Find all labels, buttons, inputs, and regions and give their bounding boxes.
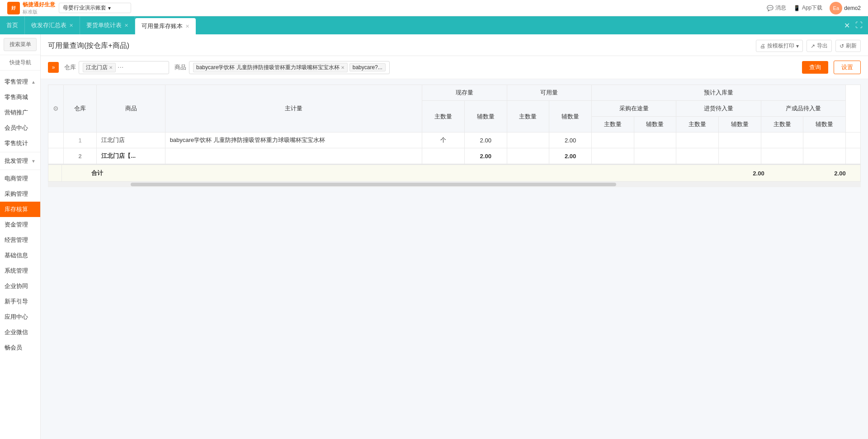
expand-filter-button[interactable]: »	[48, 62, 59, 73]
production-main-qty-header: 主数量	[761, 117, 803, 132]
close-receipts-tab[interactable]: ✕	[69, 23, 73, 28]
sidebar-item-purchase[interactable]: 采购管理	[0, 186, 40, 202]
row-stock-aux	[507, 132, 549, 148]
tab-orders[interactable]: 要货单统计表 ✕	[80, 16, 135, 34]
remove-warehouse-tag[interactable]: ✕	[109, 65, 113, 70]
sidebar-item-basic[interactable]: 基础信息	[0, 248, 40, 263]
data-table: ⚙ 仓库 商品 主计量 现存量 可用量 预计入库量 主数量 辅数量 主数量 辅数…	[48, 85, 861, 164]
sidebar-menu: 零售管理 ▲ 零售商城 营销推广 会员中心 零售统计 批发管理 ▼ 电商管理	[0, 71, 40, 359]
horizontal-scrollbar[interactable]	[48, 182, 861, 187]
remove-product-tag1[interactable]: ✕	[341, 65, 344, 70]
arrival-sub-header: 进货待入量	[676, 101, 761, 117]
product-label: 商品	[175, 63, 186, 71]
table-row: 2 江北门店【... 2.00 2.00	[48, 148, 861, 164]
product-tag-1: babycare学饮杯 儿童防摔防撞吸管杯重力球吸嘴杯宝宝水杯 ✕	[193, 63, 348, 72]
tab-bar: 首页 收发存汇总表 ✕ 要货单统计表 ✕ 可用量库存账本 ✕ ✕ ⛶	[0, 16, 868, 34]
search-menu-button[interactable]: 搜索菜单	[4, 38, 37, 51]
filter-bar: » 仓库 江北门店 ✕ ··· 商品 babycare学饮杯 儿童防摔防撞吸管杯…	[41, 56, 868, 79]
production-aux-qty-header: 辅数量	[803, 117, 846, 132]
top-bar: 好 畅捷通好生意 标准版 母婴行业演示账套 ▾ 💬 消息 📱 App下载 Ea …	[0, 0, 868, 16]
chevron-down-icon: ▾	[796, 43, 799, 49]
sidebar-item-retail-stats[interactable]: 零售统计	[0, 136, 40, 151]
row-purchase-main	[634, 132, 676, 148]
print-icon: 🖨	[760, 43, 765, 49]
quick-nav-button[interactable]: 快捷导航	[0, 55, 40, 71]
sidebar-item-newbie[interactable]: 新手引导	[0, 294, 40, 309]
row-available-aux	[591, 148, 634, 164]
sidebar-search-area: 搜索菜单	[0, 34, 40, 55]
row-purchase-aux	[676, 132, 719, 148]
tab-home[interactable]: 首页	[0, 16, 25, 34]
row-unit: 个	[422, 132, 465, 148]
sidebar-item-system[interactable]: 系统管理	[0, 263, 40, 279]
expand-tabs-button[interactable]: ⛶	[854, 19, 864, 31]
refresh-button[interactable]: ↺ 刷新	[835, 40, 861, 52]
page-header: 可用量查询(按仓库+商品) 🖨 按模板打印 ▾ ↗ 导出 ↺ 刷新	[41, 34, 868, 56]
sidebar-item-retail-store[interactable]: 零售商城	[0, 90, 40, 105]
main-layout: 搜索菜单 快捷导航 零售管理 ▲ 零售商城 营销推广 会员中心 零售统计 批发管…	[0, 34, 868, 439]
export-button[interactable]: ↗ 导出	[807, 40, 832, 52]
warehouse-input[interactable]: 江北门店 ✕ ···	[79, 61, 169, 74]
product-tag-2: babycare?...	[349, 63, 386, 71]
row-arrival-aux	[761, 132, 803, 148]
stock-main-qty-header: 主数量	[422, 101, 465, 132]
tab-available[interactable]: 可用量库存账本 ✕	[135, 18, 196, 34]
logo-text: 畅捷通好生意 标准版	[23, 1, 55, 15]
row-settings	[48, 132, 64, 148]
row-purchase-main	[634, 148, 676, 164]
sidebar-item-retail-mgmt[interactable]: 零售管理 ▲	[0, 74, 40, 90]
sidebar-item-enterprise-wechat[interactable]: 企业微信	[0, 325, 40, 340]
sidebar-divider-1	[0, 152, 40, 152]
warehouse-label: 仓库	[64, 63, 76, 71]
expected-group-header: 预计入库量	[591, 85, 845, 101]
sidebar-divider-2	[0, 170, 40, 170]
tab-receipts[interactable]: 收发存汇总表 ✕	[25, 16, 80, 34]
logo-area: 好 畅捷通好生意 标准版	[7, 1, 55, 15]
row-arrival-aux	[761, 148, 803, 164]
app-download-button[interactable]: 📱 App下载	[793, 4, 822, 12]
logo-icon: 好	[7, 2, 20, 14]
table-row: 1 江北门店 babycare学饮杯 儿童防摔防撞吸管杯重力球吸嘴杯宝宝水杯 个…	[48, 132, 861, 148]
arrival-aux-qty-header: 辅数量	[719, 117, 761, 132]
user-profile[interactable]: Ea demo2	[830, 2, 861, 14]
gear-icon[interactable]: ⚙	[53, 105, 59, 112]
row-available-main: 2.00	[549, 132, 592, 148]
product-filter: 商品 babycare学饮杯 儿童防摔防撞吸管杯重力球吸嘴杯宝宝水杯 ✕ bab…	[175, 61, 390, 74]
table-footer: 合计 2.00 2.00	[48, 164, 861, 182]
row-product: babycare学饮杯 儿童防摔防撞吸管杯重力球吸嘴杯宝宝水杯	[165, 132, 422, 148]
message-button[interactable]: 💬 消息	[767, 4, 786, 12]
sidebar-item-inventory[interactable]: 库存核算	[0, 202, 40, 217]
row-settings	[48, 148, 64, 164]
sidebar-item-ecommerce[interactable]: 电商管理	[0, 171, 40, 186]
sidebar-item-wholesale-mgmt[interactable]: 批发管理 ▼	[0, 153, 40, 169]
query-button[interactable]: 查询	[802, 61, 828, 74]
close-all-tabs-button[interactable]: ✕	[842, 19, 852, 32]
sidebar-item-marketing[interactable]: 营销推广	[0, 105, 40, 120]
available-aux-qty-header: 辅数量	[549, 101, 592, 132]
row-arrival-main	[719, 132, 761, 148]
settings-button[interactable]: 设置	[834, 61, 861, 74]
phone-icon: 📱	[793, 5, 800, 11]
sidebar-item-vip[interactable]: 畅会员	[0, 340, 40, 355]
row-production-main	[803, 132, 846, 148]
top-bar-right: 💬 消息 📱 App下载 Ea demo2	[767, 2, 861, 14]
sidebar-item-member[interactable]: 会员中心	[0, 120, 40, 136]
print-button[interactable]: 🖨 按模板打印 ▾	[756, 40, 803, 52]
footer-row: 合计 2.00 2.00	[48, 165, 860, 181]
sidebar-item-enterprise[interactable]: 企业协同	[0, 279, 40, 294]
warehouse-tag: 江北门店 ✕	[83, 63, 116, 72]
chevron-down-icon: ▾	[108, 5, 111, 11]
close-available-tab[interactable]: ✕	[185, 24, 189, 29]
row-arrival-main	[719, 148, 761, 164]
sidebar-item-app-center[interactable]: 应用中心	[0, 309, 40, 325]
product-input[interactable]: babycare学饮杯 儿童防摔防撞吸管杯重力球吸嘴杯宝宝水杯 ✕ babyca…	[189, 61, 390, 74]
sidebar-item-finance[interactable]: 资金管理	[0, 217, 40, 232]
close-orders-tab[interactable]: ✕	[124, 23, 128, 28]
user-name: demo2	[844, 5, 861, 11]
avatar: Ea	[830, 2, 842, 14]
production-sub-header: 产成品待入量	[761, 101, 845, 117]
sidebar-item-operations[interactable]: 经营管理	[0, 232, 40, 248]
industry-selector[interactable]: 母婴行业演示账套 ▾	[59, 3, 131, 13]
export-icon: ↗	[811, 43, 815, 49]
more-options-icon[interactable]: ···	[118, 63, 123, 71]
